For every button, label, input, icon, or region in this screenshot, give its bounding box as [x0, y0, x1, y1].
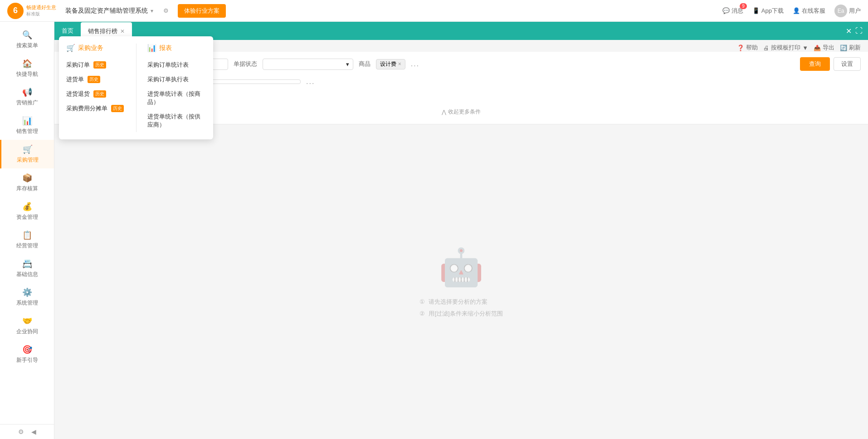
dropdown-col-purchase: 🛒 采购业务 采购订单 历史 进货单 历史 进货退货 历史 采购费用分摊单 历史	[66, 44, 125, 132]
document-status-label: 单据状态	[234, 60, 257, 68]
dropdown-item-label: 采购订单	[66, 61, 90, 69]
dropdown-item-purchase-order-stats[interactable]: 采购订单统计表	[147, 58, 206, 72]
marketing-icon: 📢	[22, 87, 32, 97]
header-right: 💬 消息 9 📱 App下载 👤 在线客服 Ea 用户	[722, 5, 861, 17]
salesperson-dots[interactable]: ...	[306, 78, 315, 86]
sidebar-item-label: 搜索菜单	[16, 42, 38, 49]
sidebar-bottom: ⚙ ◀	[0, 424, 54, 439]
dropdown-item-goods-receipt[interactable]: 进货单 历史	[66, 72, 125, 87]
home-icon: 🏠	[22, 59, 32, 69]
history-badge: 历史	[93, 90, 106, 98]
sales-icon: 📊	[22, 116, 32, 126]
sidebar-item-label: 采购管理	[17, 156, 39, 164]
export-btn[interactable]: 📤 导出	[814, 44, 834, 52]
sidebar-item-guide[interactable]: 🎯 新手引导	[0, 340, 54, 369]
dropdown-col2-icon: 📊	[147, 44, 156, 52]
tab-close-icon[interactable]: ✕	[120, 28, 125, 35]
sidebar-item-finance[interactable]: 💰 资金管理	[0, 197, 54, 226]
system-icon: ⚙️	[22, 287, 32, 297]
empty-bullet-2: ②	[419, 310, 425, 317]
dropdown-item-purchase-expense[interactable]: 采购费用分摊单 历史	[66, 101, 125, 116]
salesperson-select[interactable]	[210, 79, 301, 84]
sidebar-settings-btn[interactable]: ⚙	[18, 428, 24, 435]
refresh-label: 刷新	[849, 44, 861, 52]
system-title: 装备及固定资产辅助管理系统 ▾	[65, 7, 156, 15]
sidebar-item-sales[interactable]: 📊 销售管理	[0, 111, 54, 140]
sidebar-item-inventory[interactable]: 📦 库存核算	[0, 168, 54, 197]
tab-expand-btn[interactable]: ⛶	[855, 27, 863, 35]
help-btn[interactable]: ❓ 帮助	[737, 44, 758, 52]
goods-tag-text: 设计费	[380, 60, 396, 68]
dropdown-item-goods-return[interactable]: 进货退货 历史	[66, 87, 125, 101]
user-action[interactable]: Ea 用户	[834, 5, 861, 17]
online-service-action[interactable]: 👤 在线客服	[793, 7, 825, 15]
goods-dots[interactable]: ...	[411, 60, 419, 68]
document-status-select[interactable]: ▾	[263, 59, 353, 70]
collapse-label: 收起更多条件	[448, 108, 481, 116]
dropdown-menu: 🛒 采购业务 采购订单 历史 进货单 历史 进货退货 历史 采购费用分摊单 历史…	[59, 36, 213, 139]
dropdown-col2-label: 报表	[159, 44, 172, 52]
system-settings-icon[interactable]: ⚙	[160, 5, 172, 17]
sidebar-item-basics[interactable]: 📇 基础信息	[0, 254, 54, 283]
sidebar-item-system[interactable]: ⚙️ 系统管理	[0, 283, 54, 311]
dropdown-item-label: 采购费用分摊单	[66, 104, 107, 113]
sidebar-item-label: 销售管理	[16, 128, 38, 135]
finance-icon: 💰	[22, 202, 32, 212]
sidebar-item-label: 营销推广	[16, 99, 38, 107]
dropdown-item-goods-receipt-stats[interactable]: 进货单统计表（按商品）	[147, 87, 206, 109]
sidebar-item-marketing[interactable]: 📢 营销推广	[0, 83, 54, 111]
sidebar-collapse-btn[interactable]: ◀	[31, 428, 36, 435]
document-status-arrow: ▾	[346, 61, 349, 68]
export-icon: 📤	[814, 44, 821, 51]
dropdown-col1-label: 采购业务	[78, 44, 103, 52]
refresh-btn[interactable]: 🔄 刷新	[840, 44, 861, 52]
dropdown-item-label: 进货单	[66, 75, 84, 84]
refresh-icon: 🔄	[840, 44, 847, 51]
dropdown-item-label: 进货单统计表（按商品）	[147, 90, 206, 106]
message-icon: 💬	[722, 7, 730, 14]
print-icon: 🖨	[763, 44, 769, 51]
search-icon: 🔍	[22, 30, 32, 40]
help-icon: ❓	[737, 44, 744, 51]
sidebar-item-search[interactable]: 🔍 搜索菜单	[0, 25, 54, 54]
dropdown-item-label: 进货单统计表（按供应商）	[147, 113, 206, 129]
industry-btn[interactable]: 体验行业方案	[178, 4, 226, 18]
sidebar-item-label: 快捷导航	[16, 70, 38, 78]
sidebar-item-quicknav[interactable]: 🏠 快捷导航	[0, 54, 54, 83]
tab-close-btn[interactable]: ✕	[846, 27, 852, 35]
print-label: 按模板打印	[771, 44, 800, 52]
dropdown-item-purchase-order[interactable]: 采购订单 历史	[66, 58, 125, 72]
sidebar-item-label: 资金管理	[16, 213, 38, 221]
print-arrow-icon: ▼	[802, 44, 808, 51]
sidebar-item-label: 经营管理	[16, 242, 38, 250]
logo-area: 6 畅捷通好生意 标准版	[7, 3, 62, 19]
dropdown-col1-icon: 🛒	[66, 44, 75, 52]
logo-icon: 6	[7, 3, 24, 19]
dropdown-divider	[136, 44, 137, 132]
goods-tag-close[interactable]: ×	[398, 61, 401, 67]
sidebar-item-label: 企业协同	[16, 328, 38, 335]
dropdown-item-label: 采购订单统计表	[147, 61, 189, 69]
operations-icon: 📋	[22, 230, 32, 240]
sidebar-item-purchase[interactable]: 🛒 采购管理	[0, 140, 54, 168]
system-title-arrow[interactable]: ▾	[151, 8, 153, 14]
history-badge: 历史	[93, 61, 106, 69]
dropdown-item-goods-receipt-supplier-stats[interactable]: 进货单统计表（按供应商）	[147, 109, 206, 132]
history-badge: 历史	[111, 105, 124, 112]
top-header: 6 畅捷通好生意 标准版 装备及固定资产辅助管理系统 ▾ ⚙ 体验行业方案 💬 …	[0, 0, 868, 22]
app-icon: 📱	[752, 7, 760, 14]
print-btn[interactable]: 🖨 按模板打印 ▼	[763, 44, 808, 52]
app-download-action[interactable]: 📱 App下载	[752, 7, 784, 15]
help-label: 帮助	[746, 44, 758, 52]
service-icon: 👤	[793, 7, 800, 14]
guide-icon: 🎯	[22, 345, 32, 355]
dropdown-item-purchase-order-exec[interactable]: 采购订单执行表	[147, 72, 206, 87]
collapse-arrow-icon: ⋀	[442, 109, 446, 115]
query-btn[interactable]: 查询	[800, 57, 830, 71]
message-action[interactable]: 💬 消息 9	[722, 7, 743, 15]
sidebar-item-collab[interactable]: 🤝 企业协同	[0, 311, 54, 340]
collab-icon: 🤝	[22, 316, 32, 326]
settings-btn[interactable]: 设置	[834, 57, 861, 71]
sidebar: 🔍 搜索菜单 🏠 快捷导航 📢 营销推广 📊 销售管理 🛒 采购管理 📦 库存核…	[0, 22, 54, 439]
sidebar-item-operations[interactable]: 📋 经营管理	[0, 226, 54, 254]
